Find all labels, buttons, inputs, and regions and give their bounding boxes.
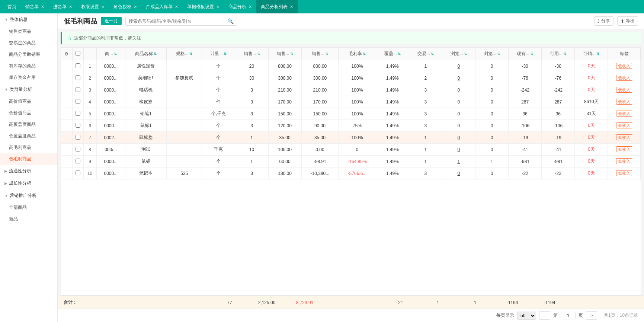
sidebar-item-stocked-products[interactable]: 有库存的商品	[0, 60, 57, 72]
sidebar-item-sales-products[interactable]: 销售类商品	[0, 26, 57, 37]
sort-stock-icon[interactable]: ⇅	[530, 52, 533, 56]
sidebar-item-high-value[interactable]: 高价值商品	[0, 96, 57, 107]
search-icon[interactable]: 🔍	[227, 18, 234, 24]
nav-product-entry[interactable]: 产成品入库单 ✕	[141, 0, 183, 13]
row-checkbox[interactable]	[76, 135, 80, 140]
sidebar-item-low-coverage[interactable]: 低覆盖度商品	[0, 130, 57, 142]
nav-purchase-close-icon[interactable]: ✕	[69, 4, 72, 9]
sort-browse1-icon[interactable]: ⇅	[464, 52, 467, 56]
export-button[interactable]: ⬆ 导出	[617, 16, 638, 26]
sidebar-group-cluster[interactable]: ▼ 类群量分析	[0, 83, 57, 96]
nav-role-close-icon[interactable]: ✕	[134, 4, 137, 9]
cell-check[interactable]	[72, 108, 83, 120]
cell-check[interactable]	[72, 84, 83, 96]
nav-sales-close-icon[interactable]: ✕	[41, 4, 44, 9]
cell-check[interactable]	[72, 132, 83, 144]
sort-coverage-icon[interactable]: ⇅	[398, 52, 401, 56]
row-checkbox[interactable]	[76, 147, 80, 152]
cell-check[interactable]	[72, 72, 83, 84]
cell-browse1[interactable]: 1	[442, 156, 475, 168]
nav-permissions[interactable]: 权限设置 ✕	[77, 0, 109, 13]
nav-product-close-icon[interactable]: ✕	[175, 4, 178, 9]
row-checkbox[interactable]	[76, 111, 80, 116]
sort-spec-icon[interactable]: ⇅	[189, 52, 192, 56]
page-number-input[interactable]	[561, 312, 576, 319]
row-checkbox[interactable]	[76, 99, 80, 104]
sort-unit-icon[interactable]: ⇅	[224, 52, 227, 56]
sort-transaction-icon[interactable]: ⇅	[431, 52, 434, 56]
browse1-link[interactable]: 0	[458, 64, 460, 69]
time-filter-button[interactable]: 近一月	[101, 17, 122, 25]
sort-saleable-icon[interactable]: ⇅	[596, 52, 599, 56]
nav-template-settings[interactable]: 单据模板设置 ✕	[183, 0, 224, 13]
cell-check[interactable]	[72, 60, 83, 72]
nav-product-analysis-list[interactable]: 商品分析列表 ✕	[256, 0, 298, 13]
nav-template-close-icon[interactable]: ✕	[216, 4, 220, 9]
select-all-checkbox[interactable]	[76, 51, 80, 56]
browse1-link[interactable]: 0	[458, 111, 460, 117]
sidebar-item-low-margin[interactable]: 低毛利商品	[0, 153, 57, 165]
row-checkbox[interactable]	[76, 63, 80, 68]
share-button[interactable]: ⤴ 分享	[594, 16, 613, 26]
sort-browse2-icon[interactable]: ⇅	[497, 52, 500, 56]
sort-price-icon[interactable]: ⇅	[290, 52, 293, 56]
nav-sales-order[interactable]: 销货单 ✕	[21, 0, 49, 13]
sidebar-item-category-sales-rate[interactable]: 商品分类助销率	[0, 49, 57, 60]
cell-check[interactable]	[72, 156, 83, 168]
cell-check[interactable]	[72, 96, 83, 108]
cell-browse1[interactable]: 0	[442, 144, 475, 156]
sort-code-icon[interactable]: ⇅	[114, 52, 117, 56]
browse1-link[interactable]: 0	[458, 171, 460, 176]
page-size-select[interactable]: 50 100 200	[517, 312, 536, 320]
sidebar-item-all-products[interactable]: 全部商品	[0, 202, 57, 213]
sidebar-item-high-margin[interactable]: 高毛利商品	[0, 142, 57, 153]
sidebar-item-new-products[interactable]: 新品	[0, 213, 57, 225]
browse1-link[interactable]: 0	[458, 87, 460, 93]
browse1-link[interactable]: 0	[458, 123, 460, 128]
browse1-link[interactable]: 1	[458, 159, 460, 164]
row-checkbox[interactable]	[76, 170, 80, 175]
sidebar-group-growth[interactable]: ▶ 成长性分析	[0, 177, 57, 189]
sidebar-group-overall[interactable]: ▼ 整体信息	[0, 13, 57, 26]
row-checkbox[interactable]	[76, 159, 80, 163]
nav-permissions-close-icon[interactable]: ✕	[101, 4, 105, 9]
cell-browse1[interactable]: 0	[442, 108, 475, 120]
cell-browse1[interactable]: 0	[442, 72, 475, 84]
sort-qty-icon[interactable]: ⇅	[257, 52, 260, 56]
table-container[interactable]: ⚙ 商...⇅ 商品名称⇅ 规格...⇅	[61, 47, 641, 296]
browse1-link[interactable]: 0	[458, 76, 460, 81]
cell-check[interactable]	[72, 144, 83, 156]
cell-browse1[interactable]: 0	[442, 60, 475, 72]
nav-list-close-icon[interactable]: ✕	[290, 4, 293, 9]
nav-product-analysis[interactable]: 商品分析 ✕	[224, 0, 256, 13]
sort-amount-icon[interactable]: ⇅	[325, 52, 328, 56]
sidebar-item-stock-capital[interactable]: 库存资金占用	[0, 72, 57, 83]
sidebar-item-traded-products[interactable]: 交易过的商品	[0, 37, 57, 49]
cell-browse1[interactable]: 0	[442, 84, 475, 96]
cell-check[interactable]	[72, 168, 83, 179]
browse1-link[interactable]: 0	[458, 135, 460, 140]
nav-home[interactable]: 首页	[3, 0, 21, 13]
sidebar-group-circulation[interactable]: ▶ 流通性分析	[0, 165, 57, 177]
sort-gross-icon[interactable]: ⇅	[363, 52, 366, 56]
next-page-button[interactable]: ＞	[586, 311, 597, 320]
row-checkbox[interactable]	[76, 123, 80, 128]
cell-browse1[interactable]: 0	[442, 120, 475, 132]
nav-purchase-order[interactable]: 进货单 ✕	[49, 0, 77, 13]
sort-available-icon[interactable]: ⇅	[563, 52, 566, 56]
th-check[interactable]	[72, 48, 83, 60]
sidebar-item-high-coverage[interactable]: 高覆盖度商品	[0, 119, 57, 130]
nav-role-auth[interactable]: 角色授权 ✕	[109, 0, 141, 13]
cell-browse1[interactable]: 0	[442, 132, 475, 144]
sidebar-item-low-value[interactable]: 低价值商品	[0, 107, 57, 119]
prev-page-button[interactable]: ＜	[539, 311, 550, 320]
sort-name-icon[interactable]: ⇅	[154, 52, 157, 56]
row-checkbox[interactable]	[76, 87, 80, 92]
th-settings[interactable]: ⚙	[61, 48, 72, 60]
search-input[interactable]	[129, 19, 225, 24]
nav-product-analysis-close-icon[interactable]: ✕	[249, 4, 252, 9]
cell-browse1[interactable]: 0	[442, 168, 475, 179]
cell-check[interactable]	[72, 120, 83, 132]
cell-browse1[interactable]: 0	[442, 96, 475, 108]
sidebar-group-marketing[interactable]: ▼ 营销推广分析	[0, 189, 57, 202]
